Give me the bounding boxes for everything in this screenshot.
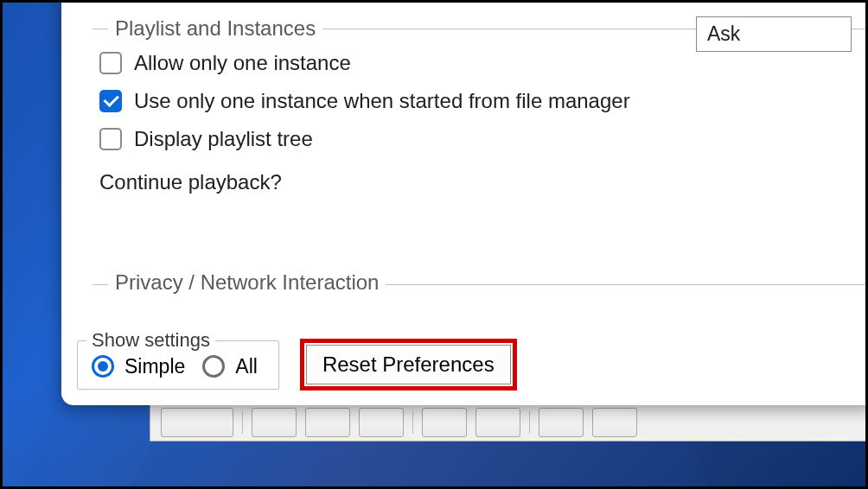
bottom-bar: Show settings Simple All Reset Preferenc… — [61, 314, 868, 405]
continue-playback-label: Continue playback? — [99, 170, 282, 194]
reset-highlight: Reset Preferences — [300, 339, 517, 391]
shuffle-button[interactable] — [592, 408, 637, 437]
radio-selected-icon[interactable] — [92, 355, 114, 378]
option-display-playlist-tree[interactable]: Display playlist tree Pause on th — [93, 120, 843, 158]
next-button[interactable] — [359, 408, 404, 437]
checkbox-unchecked-icon[interactable] — [99, 128, 122, 150]
checkbox-unchecked-icon[interactable] — [99, 52, 122, 74]
fullscreen-button[interactable] — [422, 408, 467, 437]
stop-button[interactable] — [305, 408, 350, 437]
player-toolbar — [150, 403, 868, 441]
radio-group: Simple All — [92, 355, 265, 378]
continue-playback-dropdown[interactable]: Ask — [696, 16, 852, 52]
checkbox-label: Allow only one instance — [134, 51, 351, 75]
preferences-panel: Playlist and Instances Allow only one in… — [61, 0, 868, 405]
separator — [412, 411, 413, 434]
checkbox-label: Display playlist tree — [134, 127, 313, 151]
radio-label-all[interactable]: All — [235, 355, 258, 378]
checkbox-checked-icon[interactable] — [99, 90, 122, 112]
prev-button[interactable] — [252, 408, 297, 437]
show-settings-group: Show settings Simple All — [77, 340, 279, 390]
separator — [242, 411, 243, 434]
group-title: Playlist and Instances — [108, 16, 322, 41]
playlist-instances-group: Playlist and Instances Allow only one in… — [93, 20, 843, 222]
loop-button[interactable] — [539, 408, 584, 437]
separator — [529, 411, 530, 434]
playlist-button[interactable] — [475, 408, 520, 437]
reset-preferences-button[interactable]: Reset Preferences — [306, 345, 511, 384]
play-button[interactable] — [161, 408, 233, 437]
group-title: Privacy / Network Interaction — [108, 270, 386, 295]
radio-unselected-icon[interactable] — [202, 355, 225, 378]
option-one-instance-filemanager[interactable]: Use only one instance when started from … — [93, 82, 843, 120]
show-settings-title: Show settings — [86, 329, 215, 352]
checkbox-label: Use only one instance when started from … — [134, 89, 630, 113]
dropdown-value: Ask — [707, 22, 740, 45]
continue-playback-row: Continue playback? Ask — [93, 163, 843, 201]
radio-label-simple[interactable]: Simple — [124, 355, 185, 378]
